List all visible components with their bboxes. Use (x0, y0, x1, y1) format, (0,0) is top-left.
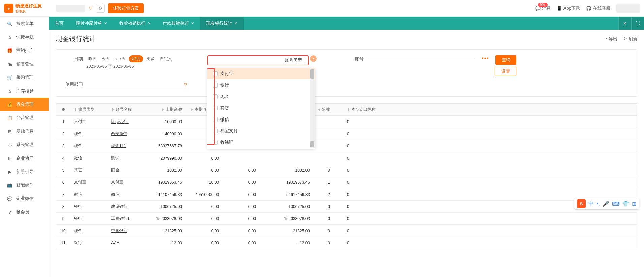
header-消息[interactable]: 💬消息99+ (535, 5, 551, 11)
account-type-select[interactable]: 账号类型 (207, 55, 309, 65)
account-name-link[interactable]: 现金111 (111, 143, 126, 149)
col-account-type[interactable]: ▲▼账号类型 (71, 104, 108, 115)
table-row[interactable]: 5 其它 旧金 1032.00 0.00 0.00 1032.00 0 0 (56, 164, 637, 176)
account-name-link[interactable]: 西安微信 (111, 131, 127, 137)
ime-mic-icon[interactable]: 🎤 (603, 201, 609, 207)
tab-预付冲应付单[interactable]: 预付冲应付单✕ (70, 17, 113, 30)
dropdown-scrollbar[interactable] (310, 69, 315, 148)
account-name-link[interactable]: 旧金 (111, 167, 119, 173)
dropdown-item-其它[interactable]: 其它 (207, 102, 315, 114)
more-filters-button[interactable]: ••• (482, 55, 489, 61)
sidebar-item-资金管理[interactable]: 💰资金管理 (0, 98, 49, 111)
settings-gear-button[interactable]: ⚙ (96, 4, 105, 13)
sidebar-item-库存核算[interactable]: ⌂库存核算 (0, 84, 49, 98)
dropdown-item-收钱吧[interactable]: 收钱吧 (207, 137, 315, 148)
table-row[interactable]: 9 银行 工商银行1 152033078.03 0.00 0.00 152033… (56, 213, 637, 225)
dropdown-item-微信[interactable]: 微信 (207, 114, 315, 125)
table-row[interactable]: 10 现金 中国银行 -21325.09 0.00 0.00 -21325.09… (56, 225, 637, 237)
filter-settings-button[interactable]: 设置 (495, 67, 516, 76)
tab-close-icon[interactable]: ✕ (234, 21, 237, 26)
fullscreen-button[interactable]: ⛶ (631, 17, 644, 30)
date-opt-近7天[interactable]: 近7天 (113, 55, 128, 62)
table-row[interactable]: 3 现金 现金111 53337567.78 0.00 0 (56, 140, 637, 152)
ime-lang[interactable]: 中 (588, 200, 594, 207)
header-在线客服[interactable]: 🎧在线客服 (586, 5, 610, 11)
table-settings-button[interactable]: ⚙ (56, 104, 71, 115)
sidebar-item-系统管理[interactable]: ◌系统管理 (0, 138, 49, 151)
close-all-tabs-button[interactable]: ✕ (618, 17, 631, 30)
checkbox[interactable] (213, 140, 218, 145)
date-opt-更多[interactable]: 更多 (144, 55, 157, 62)
account-name-link[interactable]: 微信 (111, 192, 119, 197)
department-select[interactable]: ▽ (86, 81, 187, 89)
dropdown-item-长沙银行[interactable]: 长沙银行 (207, 148, 315, 149)
col-account-name[interactable]: ▲▼账号名称 (108, 104, 148, 115)
scroll-up-button[interactable] (310, 69, 314, 79)
table-row[interactable]: 4 微信 测试 2079990.00 0.00 0 (56, 152, 637, 164)
checkbox[interactable] (213, 117, 218, 122)
user-avatar[interactable] (616, 4, 640, 13)
ime-skin-icon[interactable]: 👕 (622, 201, 629, 207)
header-App下载[interactable]: 📱App下载 (557, 5, 580, 11)
sidebar-item-采购管理[interactable]: 🛒采购管理 (0, 71, 49, 84)
checkbox[interactable] (213, 71, 218, 76)
dropdown-item-支付宝[interactable]: 支付宝 (207, 68, 315, 79)
ime-keyboard-icon[interactable]: ⌨ (612, 201, 620, 207)
ime-punct-icon[interactable]: •, (597, 201, 600, 207)
collapse-filter-button[interactable]: ∧ (310, 55, 317, 62)
ime-toolbox-icon[interactable]: ⊞ (632, 201, 636, 207)
tab-付款核销执行[interactable]: 付款核销执行✕ (157, 17, 200, 30)
scroll-down-button[interactable] (310, 141, 314, 147)
checkbox[interactable] (213, 94, 218, 99)
account-name-link[interactable]: 中国银行 (111, 228, 127, 234)
sidebar-item-经营管理[interactable]: 📋经营管理 (0, 111, 49, 125)
account-name-link[interactable]: 工商银行1 (111, 216, 130, 221)
account-name-link[interactable]: 测试 (111, 155, 119, 161)
tab-close-icon[interactable]: ✕ (191, 21, 194, 26)
tab-收款核销执行[interactable]: 收款核销执行✕ (113, 17, 157, 30)
logo[interactable]: ♭ 畅捷通好生意 标准版 (4, 3, 50, 14)
sidebar-item-营销推广[interactable]: 🎁营销推广 (0, 44, 49, 57)
col-expense-count[interactable]: ▲▼本期支出笔数 (344, 104, 637, 115)
sidebar-item-新手引导[interactable]: ▶新手引导 (0, 165, 49, 178)
sidebar-item-销售管理[interactable]: 🛍销售管理 (0, 57, 49, 71)
query-button[interactable]: 查询 (495, 55, 516, 65)
table-row[interactable]: 11 银行 AAA -12.00 0.00 0.00 -12.00 0 0 (56, 237, 637, 249)
account-name-link[interactable]: 建设银行 (111, 204, 127, 209)
account-name-link[interactable]: 陡(○○○)... (111, 119, 129, 125)
dropdown-item-易宝支付[interactable]: 易宝支付 (207, 125, 315, 137)
table-row[interactable]: 1 支付宝 陡(○○○)... -10000.00 0.00 0 (56, 116, 637, 128)
account-input[interactable] (367, 55, 475, 58)
table-row[interactable]: 8 银行 建设银行 1006725.00 0.00 0.00 1006725.0… (56, 201, 637, 213)
col-count[interactable]: ▲▼笔数 (313, 104, 333, 115)
sidebar-item-企业微信[interactable]: 💬企业微信 (0, 192, 49, 205)
table-row[interactable]: 2 现金 西安微信 -40990.00 0.00 0 (56, 128, 637, 140)
col-prev-balance[interactable]: ▲▼上期余额 (148, 104, 185, 115)
export-button[interactable]: ↗导出 (604, 36, 617, 42)
refresh-button[interactable]: ↻刷新 (623, 36, 637, 42)
ime-toolbar[interactable]: S 中 •, 🎤 ⌨ 👕 ⊞ (574, 198, 639, 210)
dropdown-item-现金[interactable]: 现金 (207, 91, 315, 102)
checkbox[interactable] (213, 83, 218, 88)
date-opt-今天[interactable]: 今天 (100, 55, 112, 62)
sidebar-item-基础信息[interactable]: ⊞基础信息 (0, 125, 49, 138)
table-row[interactable]: 6 支付宝 支付宝 19019563.45 10.00 0.00 1901957… (56, 176, 637, 188)
sidebar-item-企业协同[interactable]: 🗓企业协同 (0, 151, 49, 165)
account-name-link[interactable]: AAA (111, 241, 119, 245)
tab-现金银行统计[interactable]: 现金银行统计✕ (200, 17, 244, 30)
tab-close-icon[interactable]: ✕ (104, 21, 107, 26)
dropdown-item-银行[interactable]: 银行 (207, 79, 315, 91)
account-name-link[interactable]: 支付宝 (111, 179, 123, 185)
sidebar-item-畅会员[interactable]: V畅会员 (0, 205, 49, 219)
date-opt-自定义[interactable]: 自定义 (158, 55, 174, 62)
sidebar-item-搜索菜单[interactable]: 🔍搜索菜单 (0, 17, 49, 30)
date-opt-昨天[interactable]: 昨天 (86, 55, 98, 62)
checkbox[interactable] (213, 129, 218, 133)
trial-button[interactable]: 体验行业方案 (108, 3, 144, 13)
company-selector[interactable]: ▽ ⚙ 体验行业方案 (56, 3, 144, 13)
sidebar-item-智能硬件[interactable]: 📺智能硬件 (0, 178, 49, 192)
tab-首页[interactable]: 首页 (49, 17, 70, 30)
checkbox[interactable] (213, 106, 218, 110)
date-opt-近1月[interactable]: 近1月 (129, 55, 143, 62)
tab-close-icon[interactable]: ✕ (148, 21, 151, 26)
